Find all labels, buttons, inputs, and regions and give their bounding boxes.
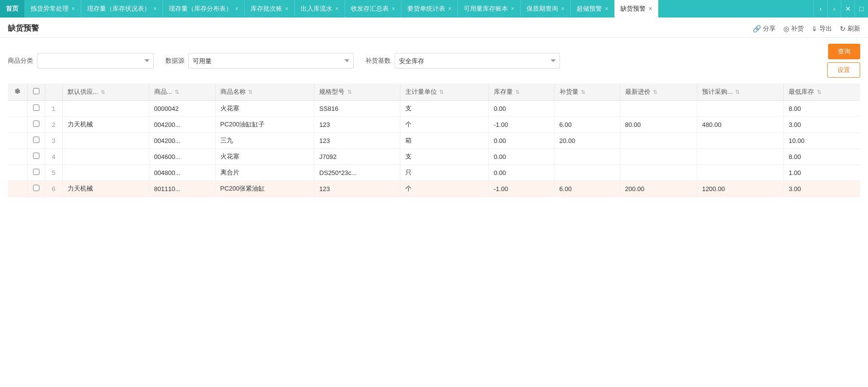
category-select[interactable] (37, 53, 154, 69)
row-checkbox-3[interactable] (33, 153, 39, 159)
tab-inventory-status[interactable]: 现存量（库存状况表） × (81, 0, 163, 18)
tab-defect-processing[interactable]: 拣货异常处理 × (25, 0, 81, 18)
tab-close-receive[interactable]: × (392, 5, 395, 12)
replenish-base-label: 补货基数 (365, 56, 391, 65)
row-stock-qty: 0.00 (488, 149, 554, 165)
replenish-base-select[interactable]: 安全库存 最低库存 (395, 53, 560, 69)
tab-available-ledger[interactable]: 可用量库存账本 × (458, 0, 521, 18)
row-checkbox-2[interactable] (33, 137, 39, 143)
col-stock-header[interactable]: 库存量 ⇅ (488, 84, 554, 101)
row-min-stock: 1.00 (783, 165, 860, 181)
col-check-header[interactable] (27, 84, 45, 101)
row-checkbox-4[interactable] (33, 169, 39, 175)
tab-close-overstock[interactable]: × (605, 5, 608, 12)
row-latest-price: 200.00 (620, 181, 697, 197)
row-latest-price (620, 133, 697, 149)
row-product-code: 004200... (149, 117, 215, 133)
row-spec-model: SS816 (314, 101, 400, 117)
share-button[interactable]: 🔗 分享 (753, 24, 776, 33)
data-table: 默认供应... ⇅ 商品... ⇅ 商品名称 ⇅ 规格型号 ⇅ (8, 84, 860, 197)
col-gear-header[interactable] (8, 84, 27, 101)
tab-close-defect[interactable]: × (72, 5, 75, 12)
row-unit: 只 (400, 165, 488, 181)
tab-receive-summary[interactable]: 收发存汇总表 × (345, 0, 401, 18)
row-estimated-purchase (697, 101, 783, 117)
row-latest-price (620, 101, 697, 117)
row-estimated-purchase: 1200.00 (697, 181, 783, 197)
row-checkbox-cell[interactable] (27, 149, 45, 165)
row-default-supplier (62, 133, 149, 149)
tab-scroll-left[interactable]: ‹ (814, 0, 827, 18)
tab-close-inv-status[interactable]: × (153, 5, 157, 12)
filter-actions: 查询 设置 (827, 44, 860, 78)
row-spec-model: J7092 (314, 149, 400, 165)
col-product-name-header[interactable]: 商品名称 ⇅ (215, 84, 314, 101)
col-unit-header[interactable]: 主计量单位 ⇅ (400, 84, 488, 101)
col-spec-header[interactable]: 规格型号 ⇅ (314, 84, 400, 101)
row-checkbox-cell[interactable] (27, 133, 45, 149)
export-button[interactable]: ⇓ 导出 (812, 24, 832, 33)
refresh-icon: ↻ (840, 25, 846, 33)
row-checkbox-0[interactable] (33, 105, 39, 111)
row-checkbox-cell[interactable] (27, 101, 45, 117)
row-stock-qty: -1.00 (488, 117, 554, 133)
query-button[interactable]: 查询 (828, 44, 860, 59)
refresh-button[interactable]: ↻ 刷新 (840, 24, 860, 33)
tab-batch-account[interactable]: 库存批次账 × (245, 0, 295, 18)
tab-order-stats[interactable]: 要货单统计表 × (401, 0, 458, 18)
col-latest-price-header[interactable]: 最新进价 ⇅ (620, 84, 697, 101)
row-checkbox-cell[interactable] (27, 165, 45, 181)
row-checkbox-1[interactable] (33, 121, 39, 127)
row-default-supplier (62, 149, 149, 165)
main-content: 缺货预警 🔗 分享 ◎ 补货 ⇓ 导出 ↻ 刷新 商品分类 (0, 18, 868, 387)
row-checkbox-cell[interactable] (27, 117, 45, 133)
tab-close-avail[interactable]: × (511, 5, 514, 12)
tab-close-inv-dist[interactable]: × (235, 5, 238, 12)
setting-button[interactable]: 设置 (827, 62, 860, 78)
row-spec-model: 123 (314, 133, 400, 149)
tab-expiry-query[interactable]: 保质期查询 × (521, 0, 571, 18)
replenish-base-filter-group: 补货基数 安全库存 最低库存 (365, 53, 560, 69)
tab-close-shortage[interactable]: × (649, 5, 652, 12)
row-stock-qty: -1.00 (488, 181, 554, 197)
col-replenish-header[interactable]: 补货量 ⇅ (554, 84, 620, 101)
tab-close-all[interactable]: ✕ (841, 0, 854, 18)
filter-row: 商品分类 数据源 可用量 库存量 补货基数 安全库存 最低库存 查询 设置 (0, 38, 868, 84)
table-row: 10000042火花塞SS816支0.008.00 (8, 101, 860, 117)
col-est-purchase-header[interactable]: 预计采购... ⇅ (697, 84, 783, 101)
col-min-stock-header[interactable]: 最低库存 ⇅ (783, 84, 860, 101)
row-gear-cell (8, 149, 27, 165)
tab-close-order[interactable]: × (448, 5, 452, 12)
replenish-icon: ◎ (783, 25, 789, 33)
product-name-sort-icon: ⇅ (248, 89, 253, 95)
row-stock-qty: 0.00 (488, 101, 554, 117)
select-all-checkbox[interactable] (33, 88, 39, 94)
tab-shortage-warning[interactable]: 缺货预警 × (615, 0, 658, 18)
row-latest-price (620, 165, 697, 181)
row-checkbox-cell[interactable] (27, 181, 45, 197)
datasource-select[interactable]: 可用量 库存量 (188, 53, 354, 69)
col-supplier-header[interactable]: 默认供应... ⇅ (62, 84, 149, 101)
min-stock-sort-icon: ⇅ (817, 89, 821, 95)
tab-close-expiry[interactable]: × (561, 5, 564, 12)
table-row: 5004800...离合片DS250*23c...只0.001.00 (8, 165, 860, 181)
tab-scroll-right[interactable]: › (827, 0, 841, 18)
stock-sort-icon: ⇅ (515, 89, 520, 95)
tab-inout-flow[interactable]: 出入库流水 × (295, 0, 345, 18)
row-unit: 个 (400, 181, 488, 197)
tab-nav-buttons: ‹ › ✕ □ (814, 0, 868, 18)
row-default-supplier: 力天机械 (62, 181, 149, 197)
row-gear-cell (8, 165, 27, 181)
tab-close-batch[interactable]: × (285, 5, 289, 12)
row-spec-model: DS250*23c... (314, 165, 400, 181)
tab-home[interactable]: 首页 (0, 0, 25, 18)
tab-maximize[interactable]: □ (854, 0, 868, 18)
row-product-name: 离合片 (215, 165, 314, 181)
latest-price-sort-icon: ⇅ (653, 89, 657, 95)
replenish-button[interactable]: ◎ 补货 (783, 24, 804, 33)
row-checkbox-5[interactable] (33, 185, 39, 191)
tab-close-inout[interactable]: × (335, 5, 339, 12)
col-product-code-header[interactable]: 商品... ⇅ (149, 84, 215, 101)
tab-overstock-warning[interactable]: 超储预警 × (571, 0, 615, 18)
tab-inventory-dist[interactable]: 现存量（库存分布表） × (163, 0, 245, 18)
